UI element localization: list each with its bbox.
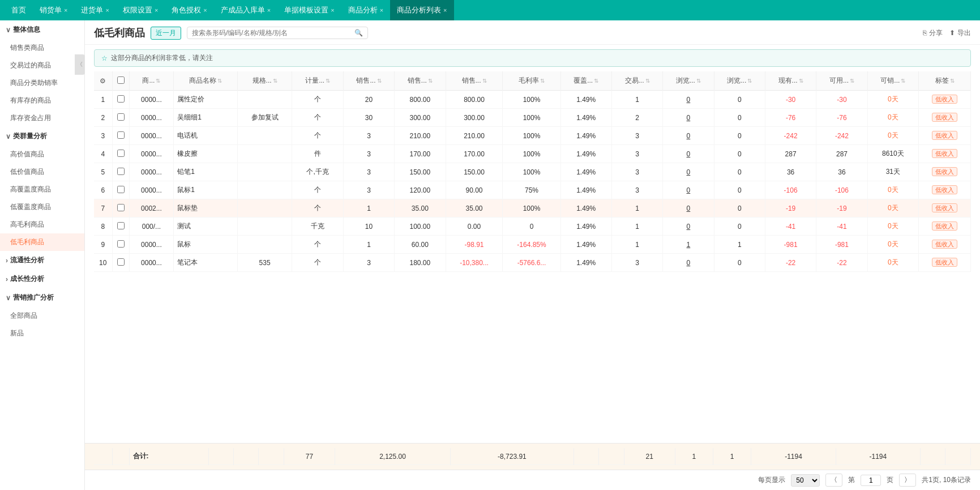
col-name[interactable]: 商品名称⇅: [174, 71, 238, 91]
search-icon[interactable]: 🔍: [354, 29, 363, 37]
sidebar-item-high-margin[interactable]: 高毛利商品: [0, 216, 84, 233]
col-sales-amount[interactable]: 销售...⇅: [446, 71, 503, 91]
nav-analysis-list[interactable]: 商品分析列表×: [390, 0, 453, 20]
row-checkbox[interactable]: [117, 95, 125, 103]
nav-home[interactable]: 首页: [5, 0, 33, 20]
row-trade: 3: [611, 127, 662, 145]
row-checkbox[interactable]: [117, 131, 125, 139]
col-sales-qty[interactable]: 销售...⇅: [343, 71, 394, 91]
sidebar-item-stock-capital[interactable]: 库存资金占用: [0, 109, 84, 127]
export-button[interactable]: ⬆ 导出: [949, 28, 971, 38]
nav-permission[interactable]: 权限设置×: [116, 0, 165, 20]
select-all-checkbox[interactable]: [117, 76, 125, 84]
col-checkbox[interactable]: [112, 71, 129, 91]
nav-template[interactable]: 单据模板设置×: [277, 0, 341, 20]
sidebar-section-growth[interactable]: › 成长性分析: [0, 270, 84, 288]
nav-role[interactable]: 角色授权×: [165, 0, 213, 20]
col-saleable[interactable]: 可销...⇅: [867, 71, 918, 91]
row-view1[interactable]: 0: [663, 199, 714, 218]
sidebar-item-new-goods[interactable]: 新品: [0, 325, 84, 342]
row-view1[interactable]: 0: [663, 254, 714, 272]
row-checkbox[interactable]: [117, 168, 125, 175]
nav-analysis-close[interactable]: ×: [380, 7, 383, 14]
per-page-select[interactable]: 50 100 200: [791, 474, 820, 487]
row-checkbox[interactable]: [117, 204, 125, 211]
col-sales-price[interactable]: 销售...⇅: [395, 71, 446, 91]
next-page-button[interactable]: 〉: [899, 474, 916, 487]
share-button[interactable]: ⎘ 分享: [923, 28, 943, 38]
row-checkbox[interactable]: [117, 186, 125, 193]
row-coverage: 1.49%: [560, 109, 611, 127]
sidebar-item-all-goods[interactable]: 全部商品: [0, 307, 84, 325]
row-view1[interactable]: 0: [663, 218, 714, 236]
sidebar-item-traded-goods[interactable]: 交易过的商品: [0, 57, 84, 74]
sidebar-section-overall[interactable]: ∨ 整体信息: [0, 20, 84, 39]
nav-sales-close[interactable]: ×: [64, 7, 67, 14]
sidebar-item-high-coverage[interactable]: 高覆盖度商品: [0, 181, 84, 198]
row-checkbox[interactable]: [117, 240, 125, 248]
nav-role-close[interactable]: ×: [203, 7, 207, 14]
col-current-stock[interactable]: 现有...⇅: [765, 71, 816, 91]
sidebar-item-low-margin[interactable]: 低毛利商品: [0, 233, 84, 251]
col-tag[interactable]: 标签⇅: [919, 71, 971, 91]
row-saleable: 0天: [867, 236, 918, 254]
nav-product-close[interactable]: ×: [267, 7, 271, 14]
sidebar-item-category-rate[interactable]: 商品分类助销率: [0, 74, 84, 92]
row-view2: 0: [714, 218, 765, 236]
col-view1[interactable]: 浏览...⇅: [663, 71, 714, 91]
row-view2: 0: [714, 163, 765, 181]
page-input[interactable]: [861, 475, 881, 486]
period-tag-button[interactable]: 近一月: [151, 27, 181, 40]
col-trade[interactable]: 交易...⇅: [611, 71, 662, 91]
row-name: 笔记本: [174, 254, 238, 272]
nav-purchase[interactable]: 进货单×: [74, 0, 115, 20]
nav-template-close[interactable]: ×: [331, 7, 334, 14]
sidebar-item-low-coverage[interactable]: 低覆盖度商品: [0, 198, 84, 216]
col-code[interactable]: 商...⇅: [129, 71, 174, 91]
table-row: 10 0000... 笔记本 535 个 3 180.00 -10,380...…: [94, 254, 971, 272]
row-view1[interactable]: 0: [663, 163, 714, 181]
row-view1[interactable]: 0: [663, 109, 714, 127]
row-sales-qty: 10: [343, 218, 394, 236]
sidebar-item-stock-goods[interactable]: 有库存的商品: [0, 92, 84, 109]
footer-label: 合计:: [129, 448, 208, 465]
sidebar-item-sales-goods[interactable]: 销售类商品: [0, 39, 84, 57]
row-checkbox[interactable]: [117, 222, 125, 229]
row-view1[interactable]: 0: [663, 127, 714, 145]
sidebar-collapse-button[interactable]: 《: [75, 54, 85, 75]
sidebar-item-high-value[interactable]: 高价值商品: [0, 146, 84, 163]
nav-purchase-close[interactable]: ×: [105, 7, 109, 14]
row-coverage: 1.49%: [560, 127, 611, 145]
sidebar-section-marketing[interactable]: ∨ 营销推广分析: [0, 288, 84, 307]
nav-sales[interactable]: 销货单×: [33, 0, 74, 20]
col-gross-rate[interactable]: 毛利率⇅: [503, 71, 560, 91]
row-sales-amount: 210.00: [446, 127, 503, 145]
col-available[interactable]: 可用...⇅: [816, 71, 867, 91]
nav-product[interactable]: 产成品入库单×: [214, 0, 277, 20]
nav-permission-close[interactable]: ×: [155, 7, 158, 14]
col-spec[interactable]: 规格...⇅: [237, 71, 292, 91]
col-unit[interactable]: 计量...⇅: [292, 71, 343, 91]
row-view1[interactable]: 0: [663, 145, 714, 163]
row-view1[interactable]: 0: [663, 181, 714, 199]
collapse-icon: 《: [77, 61, 83, 69]
row-view1[interactable]: 0: [663, 91, 714, 109]
nav-analysis-list-close[interactable]: ×: [443, 7, 447, 14]
sidebar-item-low-value[interactable]: 低价值商品: [0, 163, 84, 181]
col-coverage[interactable]: 覆盖...⇅: [560, 71, 611, 91]
sidebar-section-cluster[interactable]: ∨ 类群量分析: [0, 127, 84, 146]
prev-page-button[interactable]: 〈: [825, 474, 842, 487]
row-view1[interactable]: 1: [663, 236, 714, 254]
nav-analysis[interactable]: 商品分析×: [341, 0, 390, 20]
col-view2[interactable]: 浏览...⇅: [714, 71, 765, 91]
row-coverage: 1.49%: [560, 163, 611, 181]
row-no: [112, 163, 129, 181]
col-settings[interactable]: ⚙: [94, 71, 112, 91]
row-name: 鼠标: [174, 236, 238, 254]
row-checkbox[interactable]: [117, 113, 125, 121]
row-tag: 低收入: [919, 218, 971, 236]
search-input[interactable]: [192, 29, 354, 37]
row-checkbox[interactable]: [117, 150, 125, 157]
row-checkbox[interactable]: [117, 258, 125, 266]
sidebar-section-flow[interactable]: › 流通性分析: [0, 251, 84, 270]
